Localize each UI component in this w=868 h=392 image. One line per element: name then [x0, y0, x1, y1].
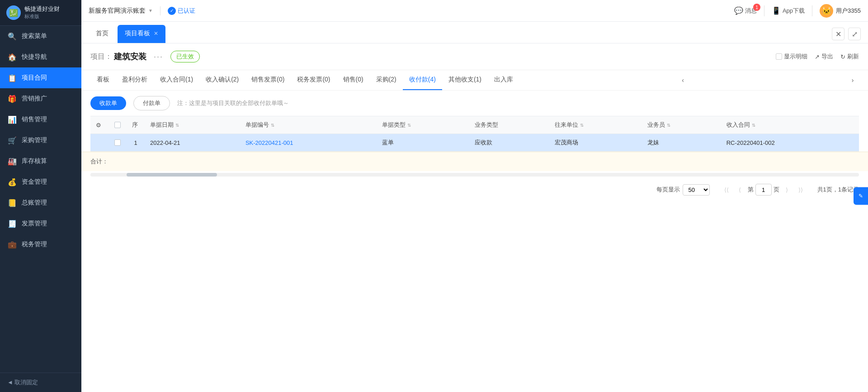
per-page-selector: 每页显示 50 100 200: [656, 184, 710, 196]
next-page-button[interactable]: ⟩: [781, 184, 793, 196]
th-salesperson[interactable]: 业务员 ⇅: [642, 116, 721, 134]
sidebar-item-label: 税务管理: [22, 240, 47, 249]
subnav-sales-label: 销售(0): [343, 76, 363, 83]
horizontal-scrollbar[interactable]: [90, 173, 859, 177]
th-partner[interactable]: 往来单位 ⇅: [549, 116, 642, 134]
first-page-button[interactable]: ⟨⟨: [721, 184, 732, 196]
summary-label: 合计：: [90, 158, 108, 165]
page-unit: 页: [774, 186, 779, 194]
scrollbar-thumb[interactable]: [127, 173, 217, 177]
sidebar-item-ledger[interactable]: 📒 总账管理: [0, 192, 81, 213]
tab-project-board[interactable]: 项目看板 ✕: [118, 25, 165, 43]
col-num-label: 序: [132, 121, 138, 128]
sort-icon: ⇅: [175, 123, 179, 128]
refresh-button[interactable]: ↻ 刷新: [840, 53, 859, 61]
export-label: 导出: [821, 53, 833, 61]
maximize-window-button[interactable]: ⤢: [848, 28, 861, 40]
sidebar-item-label: 营销推广: [22, 95, 47, 103]
table-header-row: ⚙ 序 单据日期 ⇅: [90, 116, 859, 134]
th-type[interactable]: 单据类型 ⇅: [377, 116, 469, 134]
sidebar: 💹 畅捷通好业财 标准版 🔍 搜索菜单 🏠 快捷导航 📋 项目合同 🎁 营销推广…: [0, 0, 81, 392]
refresh-label: 刷新: [847, 53, 859, 61]
per-page-select[interactable]: 50 100 200: [683, 184, 710, 196]
last-page-button[interactable]: ⟩⟩: [795, 184, 807, 196]
sidebar-item-marketing[interactable]: 🎁 营销推广: [0, 88, 81, 109]
user-menu[interactable]: 🐱 用户3355: [820, 4, 861, 18]
subnav-income-contract[interactable]: 收入合同(1): [154, 70, 199, 90]
account-selector[interactable]: 新服务官网演示账套 ▼: [89, 7, 153, 15]
receipt-tab-button[interactable]: 收款单: [90, 96, 126, 110]
select-all-checkbox[interactable]: [114, 122, 121, 128]
sidebar-item-sales[interactable]: 📊 销售管理: [0, 109, 81, 130]
tab-home[interactable]: 首页: [89, 25, 116, 43]
tab-project-board-label: 项目看板: [125, 29, 150, 38]
th-income-contract[interactable]: 收入合同 ⇅: [721, 116, 859, 134]
more-options-button[interactable]: ···: [154, 52, 163, 62]
messages-badge: 1: [753, 4, 760, 11]
subnav-next-arrow[interactable]: ›: [846, 74, 859, 86]
fab-right-button[interactable]: ✎: [854, 187, 868, 205]
row-checkbox[interactable]: [114, 139, 121, 146]
sidebar-item-quicknav[interactable]: 🏠 快捷导航: [0, 47, 81, 67]
subnav-payment[interactable]: 收付款(4): [403, 70, 442, 90]
subnav-income-confirm[interactable]: 收入确认(2): [199, 70, 245, 90]
sidebar-nav: 🔍 搜索菜单 🏠 快捷导航 📋 项目合同 🎁 营销推广 📊 销售管理 🛒 采购管…: [0, 26, 81, 373]
subnav-prev-arrow[interactable]: ‹: [677, 74, 689, 86]
sidebar-item-invoice[interactable]: 🧾 发票管理: [0, 213, 81, 234]
th-biz-type: 业务类型: [469, 116, 549, 134]
show-detail-checkbox[interactable]: [776, 53, 782, 60]
subnav-profit[interactable]: 盈利分析: [116, 70, 154, 90]
sidebar-unpin-button[interactable]: ◄ 取消固定: [0, 373, 81, 392]
subnav-tax-invoice[interactable]: 税务发票(0): [291, 70, 336, 90]
export-button[interactable]: ↗ 导出: [815, 53, 833, 61]
sidebar-item-inventory[interactable]: 🏭 库存核算: [0, 151, 81, 172]
sidebar-item-label: 发票管理: [22, 220, 47, 228]
th-date[interactable]: 单据日期 ⇅: [145, 116, 240, 134]
app-version: 标准版: [24, 13, 60, 20]
close-window-button[interactable]: ✕: [832, 28, 844, 40]
sidebar-item-search[interactable]: 🔍 搜索菜单: [0, 26, 81, 47]
col-date-label: 单据日期: [150, 121, 174, 129]
sidebar-item-purchase[interactable]: 🛒 采购管理: [0, 130, 81, 151]
fab-icon: ✎: [858, 193, 864, 200]
show-detail-toggle[interactable]: 显示明细: [776, 53, 807, 61]
page-content: 项目： 建筑安装 ··· 已生效 显示明细 ↗ 导出 ↻ 刷新: [81, 43, 868, 392]
subnav-board[interactable]: 看板: [90, 70, 116, 90]
sort-icon: ⇅: [271, 123, 274, 128]
pagination-total: 共1页，1条记录: [817, 186, 859, 194]
th-code[interactable]: 单据编号 ⇅: [240, 116, 377, 134]
project-label: 项目：: [90, 52, 112, 62]
messages-button[interactable]: 💬 消息 1: [734, 6, 757, 15]
sidebar-item-tax[interactable]: 💼 税务管理: [0, 234, 81, 255]
sidebar-item-label: 总账管理: [22, 199, 47, 207]
topbar-left: 新服务官网演示账套 ▼ ✓ 已认证: [89, 6, 734, 15]
invoice-icon: 🧾: [7, 219, 17, 229]
subnav-purchase[interactable]: 采购(2): [370, 70, 403, 90]
app-download-button[interactable]: 📱 App下载: [772, 6, 805, 15]
subnav-other-income[interactable]: 其他收支(1): [442, 70, 488, 90]
subnav-income-contract-label: 收入合同(1): [160, 76, 193, 83]
payment-tab-button[interactable]: 付款单: [133, 96, 170, 110]
sidebar-item-finance[interactable]: 💰 资金管理: [0, 172, 81, 192]
td-num: 1: [127, 134, 145, 152]
sidebar-item-contract[interactable]: 📋 项目合同: [0, 67, 81, 88]
sidebar-logo: 💹 畅捷通好业财 标准版: [0, 0, 81, 26]
topbar-separator: [764, 5, 764, 16]
app-download-label: App下载: [783, 7, 805, 15]
record-link[interactable]: SK-20220421-001: [245, 139, 293, 146]
subnav-inout[interactable]: 出入库: [488, 70, 519, 90]
pagination-nav: ⟨⟨ ⟨ 第 页 ⟩ ⟩⟩: [721, 184, 807, 196]
th-settings[interactable]: ⚙: [90, 116, 108, 134]
table-row: 1 2022-04-21 SK-20220421-001 蓝单 应收款: [90, 134, 859, 152]
tab-close-icon[interactable]: ✕: [154, 30, 158, 37]
subnav-sales-invoice[interactable]: 销售发票(0): [245, 70, 291, 90]
account-name: 新服务官网演示账套: [89, 7, 146, 15]
page-input[interactable]: [755, 184, 772, 196]
contract-icon: 📋: [7, 73, 17, 83]
project-actions: 显示明细 ↗ 导出 ↻ 刷新: [776, 53, 859, 61]
prev-page-button[interactable]: ⟨: [734, 184, 746, 196]
col-income-contract-label: 收入合同: [726, 121, 750, 129]
certified-text: 已认证: [178, 7, 195, 15]
subnav-sales[interactable]: 销售(0): [337, 70, 370, 90]
td-biz-type: 应收款: [469, 134, 549, 152]
